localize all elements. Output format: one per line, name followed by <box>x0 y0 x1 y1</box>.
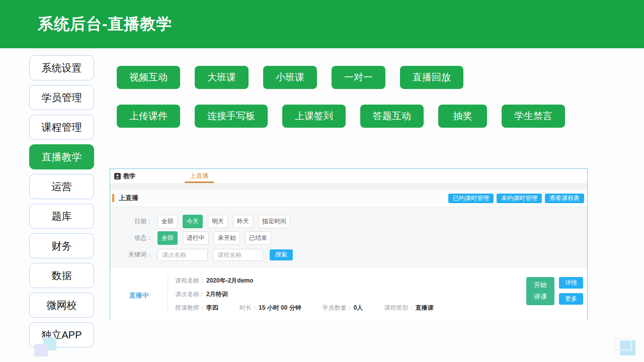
brand-label: 教学 <box>123 172 136 180</box>
status-filter-label: 状态： <box>121 234 152 242</box>
tab-live[interactable]: 上直播 <box>186 169 212 183</box>
row-actions: 开始 讲课 详情 更多 <box>526 274 583 317</box>
date-chip[interactable]: 今天 <box>183 215 203 228</box>
sidebar-item[interactable]: 系统设置 <box>29 55 94 80</box>
sidebar-item[interactable]: 课程管理 <box>29 115 94 140</box>
sidebar: 系统设置学员管理课程管理直播教学运营题库财务数据微网校独立APP <box>29 55 94 352</box>
feature-button[interactable]: 视频互动 <box>117 66 180 89</box>
feature-row-2: 上传课件连接手写板上课签到答题互动抽奖学生禁言 <box>117 105 565 128</box>
feature-button[interactable]: 一对一 <box>332 66 385 89</box>
feature-button[interactable]: 小班课 <box>263 66 317 89</box>
top-action-button[interactable]: 未约课时管理 <box>497 194 542 203</box>
live-admin-panel: 教学 上直播 上直播 已约课时管理未约课时管理查看课程表 日期： 全部今天明天昨… <box>110 168 588 320</box>
start-class-line1: 开始 <box>534 280 547 291</box>
sidebar-item[interactable]: 运营 <box>29 174 94 199</box>
filter-row-keyword: 关键词： 搜索 <box>121 246 587 263</box>
status-chip[interactable]: 全部 <box>157 231 178 245</box>
duration-pair: 时长：15 小时 00 分钟 <box>239 304 301 312</box>
section-accent-bar <box>112 194 114 202</box>
feature-button[interactable]: 直播回放 <box>400 66 463 89</box>
date-filter-label: 日期： <box>121 217 152 226</box>
page-header: 系统后台-直播教学 <box>0 0 644 48</box>
students-pair: 学员数量：0人 <box>323 304 363 312</box>
sidebar-item[interactable]: 题库 <box>29 204 94 229</box>
page-title: 系统后台-直播教学 <box>0 0 644 35</box>
detail-button[interactable]: 详情 <box>559 277 583 289</box>
status-chip[interactable]: 进行中 <box>183 231 209 245</box>
date-chip[interactable]: 明天 <box>208 215 228 228</box>
start-class-button[interactable]: 开始 讲课 <box>526 277 554 305</box>
teaching-app-icon <box>114 173 121 179</box>
divider-strip <box>110 184 587 190</box>
lesson-name-label: 课次名称： <box>175 291 205 298</box>
feature-button[interactable]: 学生禁言 <box>502 105 565 128</box>
date-chips: 全部今天明天昨天指定时间 <box>157 215 290 228</box>
tab-live-label: 上直播 <box>190 172 209 180</box>
lesson-name-line: 课次名称：2月特训 <box>175 290 526 299</box>
date-chip[interactable]: 全部 <box>157 215 178 228</box>
course-type-pair: 课程类型：直播课 <box>384 304 433 312</box>
feature-row-1: 视频互动大班课小班课一对一直播回放 <box>117 66 463 89</box>
top-action-button[interactable]: 已约课时管理 <box>448 194 494 203</box>
status-chips: 全部进行中未开始已结束 <box>157 231 271 245</box>
filter-row-status: 状态： 全部进行中未开始已结束 <box>121 230 587 246</box>
mini-actions: 详情 更多 <box>559 277 583 317</box>
feature-button[interactable]: 连接手写板 <box>195 105 268 128</box>
teacher-pair: 授课教师：李四 <box>175 304 218 312</box>
session-meta-line: 授课教师：李四 时长：15 小时 00 分钟 学员数量：0人 课程类型：直播课 <box>175 304 526 312</box>
search-button[interactable]: 搜索 <box>270 249 293 260</box>
date-chip[interactable]: 指定时间 <box>258 215 290 228</box>
sidebar-item[interactable]: 微网校 <box>29 293 94 318</box>
feature-button[interactable]: 上课签到 <box>282 105 346 128</box>
sidebar-item[interactable]: 直播教学 <box>29 144 94 169</box>
sidebar-item[interactable]: 数据 <box>29 263 94 288</box>
feature-button[interactable]: 抽奖 <box>438 105 487 128</box>
status-chip[interactable]: 未开始 <box>214 231 240 245</box>
lesson-name-input[interactable] <box>157 249 208 261</box>
decor-square-outline <box>615 338 632 350</box>
filters: 日期： 全部今天明天昨天指定时间 状态： 全部进行中未开始已结束 关键词： 搜索 <box>110 207 587 268</box>
course-name-line: 课程名称：2020年-2月demo <box>175 277 526 285</box>
course-name-input[interactable] <box>213 249 263 261</box>
more-button[interactable]: 更多 <box>559 293 583 305</box>
sidebar-item[interactable]: 学员管理 <box>29 85 94 110</box>
top-action-button[interactable]: 查看课程表 <box>545 194 584 203</box>
live-session-row: 直播中 课程名称：2020年-2月demo 课次名称：2月特训 授课教师：李四 … <box>110 268 587 321</box>
start-class-line2: 讲课 <box>534 291 547 303</box>
feature-button[interactable]: 上传课件 <box>117 105 180 128</box>
course-name-value: 2020年-2月demo <box>206 277 253 284</box>
top-actions: 已约课时管理未约课时管理查看课程表 <box>448 194 584 203</box>
filter-row-date: 日期： 全部今天明天昨天指定时间 <box>121 213 587 230</box>
feature-button[interactable]: 大班课 <box>195 66 249 89</box>
lesson-name-value: 2月特训 <box>206 291 228 298</box>
sidebar-item[interactable]: 财务 <box>29 233 94 258</box>
section-title: 上直播 <box>119 194 138 203</box>
session-details: 课程名称：2020年-2月demo 课次名称：2月特训 授课教师：李四 时长：1… <box>168 274 526 317</box>
date-chip[interactable]: 昨天 <box>233 215 253 228</box>
live-status-badge: 直播中 <box>110 274 168 317</box>
panel-tabbar: 教学 上直播 <box>110 169 587 184</box>
section-header: 上直播 已约课时管理未约课时管理查看课程表 <box>110 190 587 207</box>
decor-square-lavender <box>34 344 48 356</box>
feature-button[interactable]: 答题互动 <box>360 105 424 128</box>
course-name-label: 课程名称： <box>175 277 205 284</box>
brand: 教学 <box>114 172 136 180</box>
keyword-filter-label: 关键词： <box>121 250 152 259</box>
status-chip[interactable]: 已结束 <box>245 231 271 245</box>
